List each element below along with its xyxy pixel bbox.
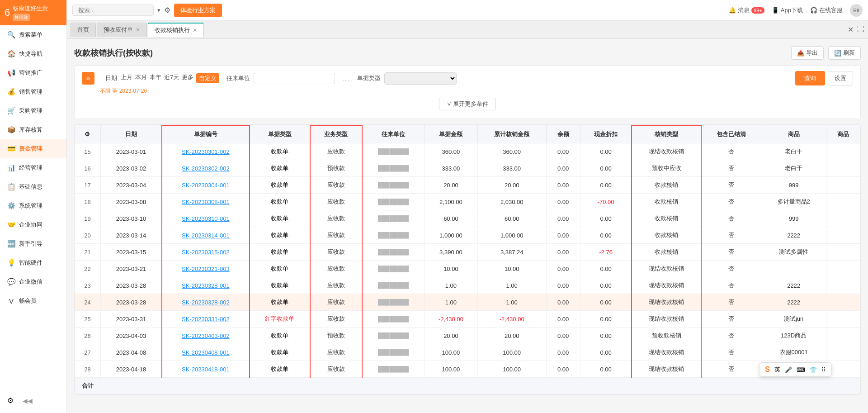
sidebar-item-collab[interactable]: 🤝 企业协同 [0, 215, 66, 234]
cell-balance: 0.00 [546, 277, 580, 294]
doc-no-link[interactable]: SK-20230310-001 [182, 215, 230, 222]
collapse-icon[interactable]: ◀◀ [23, 397, 33, 404]
cell-cancel-type: 收款核销 [632, 194, 701, 210]
doc-no-link[interactable]: SK-20230301-002 [182, 148, 230, 155]
user-label: Rit [853, 8, 859, 13]
col-cum-cancel[interactable]: 累计核销金额 [477, 125, 546, 143]
expand-more-button[interactable]: ∨ 展开更多条件 [439, 98, 496, 110]
sidebar-item-member[interactable]: V 畅会员 [0, 291, 66, 310]
sidebar-item-capital[interactable]: 💳 资金管理 [0, 139, 66, 158]
tabbar-close-icon[interactable]: ✕ [848, 25, 854, 34]
cell-biz-type: 预收款 [310, 160, 362, 177]
doc-no-link[interactable]: SK-20230331-002 [182, 316, 230, 323]
doc-no-link[interactable]: SK-20230403-002 [182, 332, 230, 339]
date-link-last-month[interactable]: 上月 [121, 73, 132, 83]
doc-no-link[interactable]: SK-20230304-001 [182, 182, 230, 189]
ime-mic-icon[interactable]: 🎤 [785, 366, 792, 373]
doc-no-link[interactable]: SK-20230302-002 [182, 165, 230, 172]
dropdown-arrow-icon[interactable]: ▾ [157, 7, 160, 14]
cell-goods2 [826, 277, 860, 294]
cell-doc-type: 收款单 [250, 244, 310, 261]
cell-include-settled: 否 [701, 160, 761, 177]
solution-button[interactable]: 体验行业方案 [174, 4, 222, 17]
sidebar-item-operation[interactable]: 📊 经营管理 [0, 158, 66, 177]
col-cash-discount[interactable]: 现金折扣 [580, 125, 632, 143]
col-amount[interactable]: 单据金额 [425, 125, 478, 143]
table-row: 23 2023-03-28 SK-20230328-001 收款单 应收款 ██… [75, 277, 860, 294]
ime-keyboard-icon[interactable]: ⌨ [797, 366, 805, 373]
doc-no-link[interactable]: SK-20230314-001 [182, 232, 230, 239]
support-item[interactable]: 🎧 在线客服 [810, 6, 843, 14]
sidebar-item-hardware[interactable]: 💡 智能硬件 [0, 253, 66, 272]
export-label: 导出 [806, 49, 818, 57]
query-button[interactable]: 查询 [795, 71, 825, 85]
export-button[interactable]: 📤 导出 [791, 46, 824, 60]
sidebar-item-quicknav[interactable]: 🏠 快捷导航 [0, 44, 66, 63]
tab-payment-list[interactable]: 预收应付单 ✕ [97, 23, 147, 37]
cell-cancel-type: 收款核销 [632, 177, 701, 194]
tab-payment-exec[interactable]: 收款核销执行 ✕ [148, 23, 204, 37]
system-icon: ⚙️ [7, 202, 15, 210]
doc-no-link[interactable]: SK-20230328-002 [182, 299, 230, 306]
filter-arrow-icon[interactable]: » [82, 72, 94, 85]
col-partner[interactable]: 往来单位 [362, 125, 425, 143]
date-link-custom[interactable]: 自定义 [196, 73, 219, 83]
doc-no-link[interactable]: SK-20230418-001 [182, 366, 230, 373]
col-doc-type[interactable]: 单据类型 [250, 125, 310, 143]
sidebar-item-guide[interactable]: 🆕 新手引导 [0, 234, 66, 253]
col-goods2[interactable]: 商品 [826, 125, 860, 143]
doc-no-link[interactable]: SK-20230308-001 [182, 199, 230, 205]
user-avatar[interactable]: Rit [850, 4, 863, 17]
date-link-more[interactable]: 更多 [182, 73, 193, 83]
cell-cash-discount: 0.00 [580, 328, 632, 344]
sidebar-item-system[interactable]: ⚙️ 系统管理 [0, 196, 66, 215]
cell-include-settled: 否 [701, 244, 761, 261]
filter-date-label: 日期 [105, 74, 117, 82]
tab-home[interactable]: 首页 [71, 23, 96, 37]
tabbar-expand-icon[interactable]: ⛶ [857, 25, 864, 34]
ime-grid-icon[interactable]: ⠿ [821, 366, 826, 373]
col-date[interactable]: 日期 [100, 125, 162, 143]
col-goods[interactable]: 商品 [761, 125, 826, 143]
date-link-this-month[interactable]: 本月 [135, 73, 147, 83]
refresh-button[interactable]: 🔄 刷新 [828, 46, 861, 60]
sidebar-item-basic[interactable]: 📋 基础信息 [0, 177, 66, 196]
col-gear[interactable]: ⚙ [75, 125, 100, 143]
date-link-7days[interactable]: 近7天 [164, 73, 179, 83]
sidebar-item-purchase[interactable]: 🛒 采购管理 [0, 101, 66, 120]
sidebar-item-wechat[interactable]: 💬 企业微信 [0, 272, 66, 291]
filter-partner-input[interactable] [254, 73, 335, 84]
sidebar-item-sales[interactable]: 💰 销售管理 [0, 82, 66, 101]
cell-cash-discount: 0.00 [580, 361, 632, 378]
filter-doctype-select[interactable] [384, 72, 457, 85]
tab-payment-list-close-icon[interactable]: ✕ [136, 27, 140, 33]
col-biz-type[interactable]: 业务类型 [310, 125, 362, 143]
cell-cash-discount: 0.00 [580, 160, 632, 177]
messages-item[interactable]: 🔔 消息 99+ [729, 6, 764, 14]
cell-goods [761, 261, 826, 277]
col-include-settled[interactable]: 包含已结清 [701, 125, 761, 143]
col-cancel-type[interactable]: 核销类型 [632, 125, 701, 143]
sidebar-item-inventory[interactable]: 📦 库存核算 [0, 120, 66, 139]
table-row: 24 2023-03-28 SK-20230328-002 收款单 应收款 ██… [75, 294, 860, 311]
date-link-this-year[interactable]: 本年 [150, 73, 161, 83]
app-download-item[interactable]: 📱 App下载 [772, 6, 803, 14]
sidebar-item-capital-label: 资金管理 [19, 145, 42, 153]
doc-no-link[interactable]: SK-20230328-001 [182, 282, 230, 289]
topbar-gear-icon[interactable]: ⚙ [164, 6, 170, 14]
sidebar-item-marketing[interactable]: 📢 营销推广 [0, 63, 66, 82]
ime-shirt-icon[interactable]: 👕 [810, 366, 817, 373]
topbar-search-input[interactable] [72, 5, 154, 16]
setting-button[interactable]: 设置 [828, 71, 853, 85]
col-balance[interactable]: 余额 [546, 125, 580, 143]
cell-balance: 0.00 [546, 328, 580, 344]
tab-payment-exec-close-icon[interactable]: ✕ [193, 27, 197, 33]
cell-biz-type: 应收款 [310, 294, 362, 311]
settings-icon[interactable]: ⚙ [7, 396, 14, 405]
doc-no-link[interactable]: SK-20230321-003 [182, 266, 230, 272]
cell-amount: 20.00 [425, 177, 478, 194]
doc-no-link[interactable]: SK-20230408-001 [182, 349, 230, 356]
doc-no-link[interactable]: SK-20230315-002 [182, 249, 230, 256]
sidebar-item-search[interactable]: 🔍 搜索菜单 [0, 25, 66, 44]
col-doc-no[interactable]: 单据编号 [162, 125, 250, 143]
